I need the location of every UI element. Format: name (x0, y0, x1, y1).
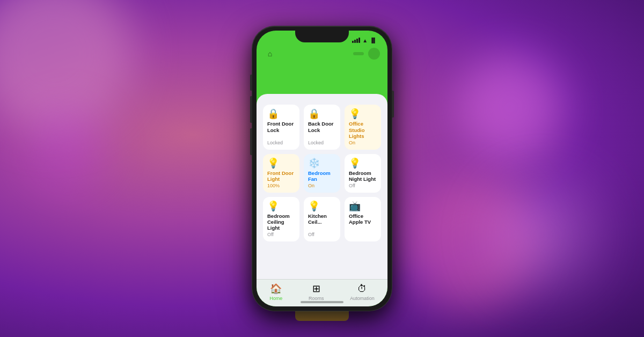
tab-rooms[interactable]: ⊞ Rooms (309, 283, 324, 301)
accessory-name-back-door-lock: Back Door Lock (308, 121, 336, 133)
accessory-tile-front-door-light[interactable]: 💡 Front Door Light 100% (263, 154, 299, 193)
status-icons: ▲ ▐▌ (352, 38, 377, 43)
bg-bokeh-5 (27, 107, 107, 188)
accessory-icon-front-door-lock: 🔒 (267, 109, 295, 119)
phone-screen: ▲ ▐▌ ⌂ (257, 31, 387, 306)
accessory-name-front-door-light: Front Door Light (267, 170, 295, 182)
tab-icon-home: 🏠 (270, 283, 282, 295)
accessory-status-bedroom-fan: On (308, 183, 336, 188)
accessory-icon-front-door-light: 💡 (267, 158, 295, 168)
add-button[interactable] (368, 48, 380, 60)
accessories-grid: 🔒 Front Door Lock Locked 🔒 Back Door Loc… (263, 105, 381, 241)
wifi-icon: ▲ (362, 38, 368, 43)
tab-label-automation: Automation (350, 296, 375, 301)
hero-section (257, 60, 387, 94)
accessory-name-kitchen-ceiling-light: Kitchen Ceil... (308, 213, 336, 225)
house-icon: ⌂ (268, 49, 272, 58)
accessory-status-kitchen-ceiling-light: Off (308, 232, 336, 237)
tab-automation[interactable]: ⏱ Automation (350, 283, 375, 301)
accessory-status-back-door-lock: Locked (308, 140, 336, 145)
accessory-name-bedroom-night-light: Bedroom Night Light (349, 170, 377, 182)
tab-home[interactable]: 🏠 Home (269, 283, 282, 301)
tab-icon-automation: ⏱ (357, 283, 367, 295)
signal-icon (352, 38, 360, 43)
tab-icon-rooms: ⊞ (312, 283, 320, 295)
accessory-tile-bedroom-fan[interactable]: ❄️ Bedroom Fan On (304, 154, 340, 193)
phone-shell: ▲ ▐▌ ⌂ (252, 26, 392, 311)
bg-bokeh-4 (494, 187, 590, 283)
accessories-section: 🔒 Front Door Lock Locked 🔒 Back Door Loc… (257, 94, 387, 279)
accessory-name-bedroom-fan: Bedroom Fan (308, 170, 336, 182)
accessory-status-office-studio-lights: On (349, 140, 377, 145)
accessory-tile-bedroom-ceiling-light[interactable]: 💡 Bedroom Ceiling Light Off (263, 197, 299, 241)
accessory-name-office-studio-lights: Office Studio Lights (349, 121, 377, 139)
accessory-tile-front-door-lock[interactable]: 🔒 Front Door Lock Locked (263, 105, 299, 149)
accessory-tile-back-door-lock[interactable]: 🔒 Back Door Lock Locked (304, 105, 340, 149)
volume-down-button (250, 128, 252, 155)
accessory-tile-bedroom-night-light[interactable]: 💡 Bedroom Night Light Off (345, 154, 381, 193)
battery-icon: ▐▌ (370, 38, 377, 43)
edit-button[interactable] (353, 52, 364, 55)
accessory-status-front-door-lock: Locked (267, 140, 295, 145)
accessory-icon-office-apple-tv: 📺 (349, 201, 377, 211)
volume-up-button (250, 96, 252, 123)
accessory-status-bedroom-ceiling-light: Off (267, 232, 295, 237)
accessory-name-front-door-lock: Front Door Lock (267, 121, 295, 133)
accessory-tile-office-studio-lights[interactable]: 💡 Office Studio Lights On (345, 105, 381, 149)
accessory-name-office-apple-tv: Office Apple TV (349, 213, 377, 225)
accessory-status-front-door-light: 100% (267, 183, 295, 188)
home-icon-button[interactable]: ⌂ (264, 48, 276, 60)
phone: ▲ ▐▌ ⌂ (252, 26, 392, 311)
accessory-name-bedroom-ceiling-light: Bedroom Ceiling Light (267, 213, 295, 231)
accessory-icon-office-studio-lights: 💡 (349, 109, 377, 119)
power-button (392, 91, 394, 118)
tab-label-home: Home (269, 296, 282, 301)
accessory-status-bedroom-night-light: Off (349, 183, 377, 188)
tab-label-rooms: Rooms (309, 296, 324, 301)
accessory-icon-bedroom-night-light: 💡 (349, 158, 377, 168)
accessory-icon-back-door-lock: 🔒 (308, 109, 336, 119)
accessory-icon-bedroom-ceiling-light: 💡 (267, 201, 295, 211)
header-actions (353, 48, 380, 60)
accessory-tile-kitchen-ceiling-light[interactable]: 💡 Kitchen Ceil... Off (304, 197, 340, 241)
notch (295, 31, 349, 42)
hero-status (264, 66, 380, 85)
app-header: ⌂ (257, 46, 387, 60)
bg-bokeh-2 (456, 54, 564, 161)
mute-button (250, 75, 252, 91)
accessory-icon-bedroom-fan: ❄️ (308, 158, 336, 168)
home-indicator (301, 301, 343, 303)
accessory-icon-kitchen-ceiling-light: 💡 (308, 201, 336, 211)
stand-base (295, 310, 349, 321)
accessory-tile-office-apple-tv[interactable]: 📺 Office Apple TV (345, 197, 381, 241)
